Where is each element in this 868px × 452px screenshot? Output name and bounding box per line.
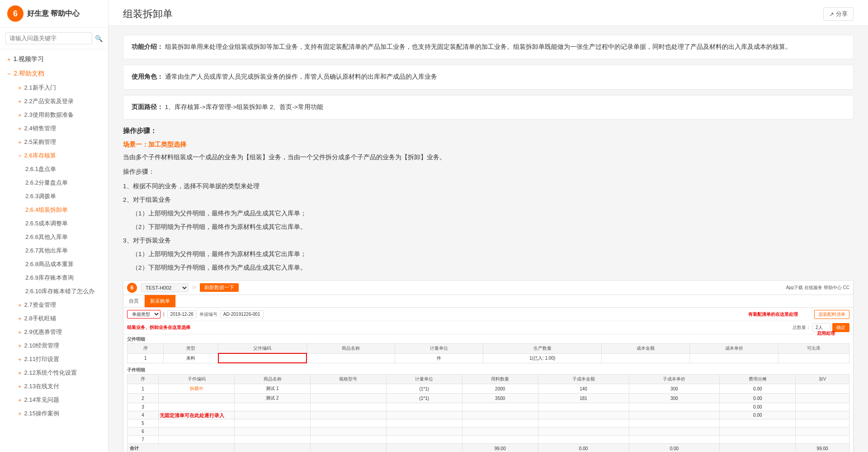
footer-col8 [720,444,796,452]
erp-mock-inner: 6 TEST-H002 ⟳ 刷新数据一下 App下载 在线服务 帮助中心 CC … [123,281,853,452]
cell-child-price2: 300 [629,384,720,394]
sidebar-item-coupon[interactable]: + 2.9优惠券管理 [11,325,108,339]
cell-alloc2: 0.00 [720,384,796,394]
erp-annotation-bottom: 无固定清单可在此处逐行录入 [160,412,224,419]
erp-tab-home[interactable]: 自页 [123,295,145,307]
sidebar-item-finance[interactable]: + 2.7资金管理 [11,298,108,312]
sidebar-item-sales[interactable]: + 2.4销售管理 [11,122,108,135]
erp-annotation-type: 有装配清单的在这里处理 [748,311,798,318]
search-button[interactable]: 🔍 [95,35,103,42]
col-unit: 计量单位 [395,344,483,354]
erp-screenshot: 6 TEST-H002 ⟳ 刷新数据一下 App下载 在线服务 帮助中心 CC … [123,280,854,452]
cell-name2: 测试 1 [235,384,311,394]
col2-unit: 计量单位 [386,375,462,384]
col-avail: 可出库 [778,344,849,354]
sidebar-header: 6 好生意 帮助中心 [0,0,108,28]
sidebar-item-cases[interactable]: + 2.15操作案例 [11,407,108,420]
col-cost-amt: 成本金额 [601,344,689,354]
cell-child-cost2: 140 [538,384,629,394]
sidebar-item-inventory[interactable]: − 2.6库存核算 [11,149,108,162]
sidebar-item-mobile[interactable]: + 2.8手机旺铺 [11,312,108,325]
erp-type-select[interactable]: 单据类型 组装单 [127,310,160,319]
sidebar-item-newbie[interactable]: + 2.1新手入门 [11,81,108,95]
col-prod-qty: 生产数量 [483,344,602,354]
sidebar-item-cost-adjust[interactable]: 2.6.5成本调整单 [18,217,108,230]
erp-tab-purchase[interactable]: 新采购单 [145,295,176,307]
col2-child-cost: 子成本金额 [538,375,629,384]
main-content: 组装拆卸单 ↗ 分享 功能介绍： 组装拆卸单用来处理企业组装或拆卸等加工业务，支… [108,0,868,452]
sidebar-item-label: 2.帮助文档 [14,70,44,78]
erp-toolbar: 单据类型 组装单 | 2019-12-26 单据编号 AD-20191226-0… [123,308,853,321]
cell-name [307,353,395,363]
expand-icon: + [18,370,22,376]
sidebar-item-online-pay[interactable]: + 2.13在线支付 [11,380,108,393]
sidebar-item-stocktake[interactable]: 2.6.1盘点单 [18,162,108,176]
cell-code [218,353,307,363]
content-area: 功能介绍： 组装拆卸单用来处理企业组装或拆卸等加工业务，支持有固定装配清单的产品… [108,26,868,452]
sidebar-item-faq[interactable]: + 2.14常见问题 [11,393,108,407]
table-row: 40.00 [127,411,849,419]
cell-spec2 [310,394,386,403]
nav-label: 2.1新手入门 [24,84,56,92]
cell-usage2: 3500 [462,394,538,403]
sidebar-item-ops[interactable]: + 2.10经营管理 [11,339,108,352]
sidebar-item-data-prep[interactable]: + 2.3使用前数据准备 [11,108,108,122]
footer-col5: 99.00 [462,444,538,452]
steps-sublabel: 操作步骤： [123,166,854,178]
col2-child-code: 子件编码 [159,375,235,384]
footer-col6: 0.00 [538,444,629,452]
nav-label: 2.6库存核算 [24,152,56,160]
table-row: 2 测试 2 (1*1) 3500 181 300 0.00 [127,394,849,403]
sidebar-item-cost-recalc[interactable]: 2.6.8商品成本重算 [18,257,108,271]
erp-company-select[interactable]: TEST-H002 [141,283,189,292]
erp-bom-btn[interactable]: 选装配料清单 [814,310,849,319]
sidebar: 6 好生意 帮助中心 🔍 + 1.视频学习 − 2.帮助文档 + 2.1新手入门… [0,0,108,452]
expand-icon: + [18,410,22,417]
col-seq: 序 [127,344,164,354]
path-label: 页面路径： [132,104,163,110]
expand-icon: + [18,383,22,390]
share-button[interactable]: ↗ 分享 [823,7,854,21]
nav-label: 2.4销售管理 [24,124,56,133]
erp-refresh-btn[interactable]: 刷新数据一下 [200,283,239,292]
sidebar-item-other-out[interactable]: 2.6.7其他出库单 [18,244,108,257]
footer-col7: 0.00 [629,444,720,452]
role-box: 使用角色： 通常由生产人员或库管人员完成拆装业务的操作，库管人员确认原材料的出库… [123,65,854,89]
sidebar-item-assembly[interactable]: 2.6.4组装拆卸单 [18,203,108,217]
sidebar-item-print[interactable]: + 2.11打印设置 [11,352,108,366]
cell-code2 [159,394,235,403]
erp-logo: 6 [127,283,137,293]
erp-annotation-type2: 组装业务、拆卸业务在这里选择 [127,324,190,331]
sidebar-item-stock-ledger[interactable]: 2.6.9库存账本查询 [18,271,108,285]
sidebar-item-docs[interactable]: − 2.帮助文档 [0,67,108,81]
cell-seq: 2 [127,394,159,403]
col-parent-code: 父件编码 [218,344,307,354]
search-input[interactable] [5,32,92,44]
erp-annotation-proc: 启用处理 [817,330,835,337]
sidebar-item-other-in[interactable]: 2.6.6其他入库单 [18,230,108,244]
expand-icon: + [18,329,22,336]
footer-col3 [310,444,386,452]
sidebar-item-stock-error[interactable]: 2.6.10库存账本错了怎么办 [18,285,108,298]
cell-usage2: 2000 [462,384,538,394]
sidebar-item-partial-stocktake[interactable]: 2.6.2分量盘点单 [18,176,108,190]
cell-code2: 拆载中 [159,384,235,394]
sidebar-item-custom[interactable]: + 2.12系统个性化设置 [11,366,108,380]
erp-date-field: 2019-12-26 [167,310,197,318]
sidebar-item-purchase[interactable]: + 2.5采购管理 [11,135,108,149]
expand-icon: + [18,98,22,105]
erp-table1-container: 父件明细 序 类型 父件编码 商品名称 计量单位 生产数量 成本金额 [123,334,853,365]
step3a: （1）上部明细为父件明细，最终作为原材料生成其它出库单； [132,248,854,260]
table-row: 1 来料 件 1(已入: 1.00) [127,353,849,363]
nav-label: 2.12系统个性化设置 [24,369,77,377]
sidebar-item-install[interactable]: + 2.2产品安装及登录 [11,95,108,108]
nav-label: 2.14常见问题 [24,396,59,404]
nav-tree: + 1.视频学习 − 2.帮助文档 + 2.1新手入门 + 2.2产品安装及登录… [0,49,108,452]
footer-label: 合计 [127,444,235,452]
sidebar-item-transfer[interactable]: 2.6.3调拨单 [18,190,108,203]
cell-prod: 1(已入: 1.00) [483,353,602,363]
nav-label: 2.15操作案例 [24,409,59,418]
erp-table2-title: 子件明细 [127,367,849,373]
step3: 3、对于拆装业务 [123,234,854,247]
sidebar-item-videos[interactable]: + 1.视频学习 [0,52,108,67]
